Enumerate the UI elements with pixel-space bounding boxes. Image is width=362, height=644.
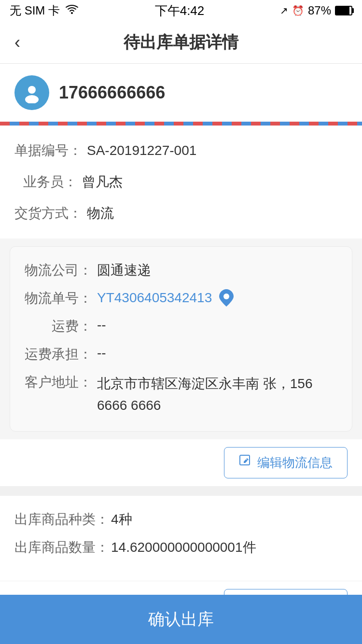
location-icon: ↗	[280, 5, 288, 16]
confirm-button[interactable]: 确认出库	[0, 595, 362, 644]
freight-label: 运费：	[25, 317, 97, 336]
nav-bar: ‹ 待出库单据详情	[0, 21, 362, 64]
document-number-value: SA-20191227-001	[87, 140, 348, 162]
battery-label: 87%	[308, 4, 331, 17]
address-value: 北京市市辖区海淀区永丰南 张，156 6666 6666	[97, 373, 337, 417]
status-bar-right: ↗ ⏰ 87%	[280, 4, 352, 17]
status-bar-left: 无 SIM 卡	[10, 3, 79, 18]
sales-person-value: 曾凡杰	[82, 171, 348, 193]
freight-value: --	[97, 317, 337, 333]
logistics-tracking-label: 物流单号：	[25, 289, 97, 308]
page-title: 待出库单据详情	[124, 31, 238, 54]
freight-bear-value: --	[97, 345, 337, 361]
status-bar: 无 SIM 卡 下午4:42 ↗ ⏰ 87%	[0, 0, 362, 21]
customer-phone: 17666666666	[59, 83, 165, 103]
freight-bear-label: 运费承担：	[25, 345, 97, 364]
status-bar-time: 下午4:42	[155, 2, 205, 19]
svg-point-2	[25, 95, 39, 103]
dashed-divider	[0, 122, 362, 126]
svg-point-0	[71, 12, 73, 14]
carrier-label: 无 SIM 卡	[10, 3, 60, 18]
address-row: 客户地址： 北京市市辖区海淀区永丰南 张，156 6666 6666	[25, 373, 337, 417]
edit-logistics-label: 编辑物流信息	[257, 454, 333, 471]
edit-logistics-button[interactable]: 编辑物流信息	[224, 447, 348, 478]
delivery-method-value: 物流	[87, 203, 348, 224]
edit-icon	[239, 454, 252, 471]
person-icon	[21, 82, 42, 103]
customer-header: 17666666666	[0, 64, 362, 122]
battery-icon	[335, 6, 352, 15]
svg-point-3	[223, 294, 229, 299]
location-pin-icon[interactable]	[218, 289, 235, 307]
customer-avatar	[14, 75, 49, 110]
freight-bear-row: 运费承担： --	[25, 345, 337, 364]
logistics-company-row: 物流公司： 圆通速递	[25, 261, 337, 280]
sales-person-label: 业务员：	[14, 171, 82, 193]
product-quantity-row: 出库商品数量： 14.620000000000001件	[14, 538, 348, 557]
product-type-label: 出库商品种类：	[14, 510, 111, 529]
sales-person-row: 业务员： 曾凡杰	[14, 171, 348, 193]
address-label: 客户地址：	[25, 373, 97, 392]
document-number-label: 单据编号：	[14, 140, 87, 162]
document-number-row: 单据编号： SA-20191227-001	[14, 140, 348, 162]
product-type-value: 4种	[111, 510, 132, 529]
product-quantity-label: 出库商品数量：	[14, 538, 111, 557]
edit-logistics-section: 编辑物流信息	[0, 439, 362, 486]
product-section: 出库商品种类： 4种 出库商品数量： 14.620000000000001件	[0, 496, 362, 581]
logistics-company-value: 圆通速递	[97, 261, 337, 280]
logistics-company-label: 物流公司：	[25, 261, 97, 280]
section-separator	[0, 486, 362, 496]
svg-point-1	[28, 86, 36, 94]
delivery-method-label: 交货方式：	[14, 203, 87, 224]
product-type-row: 出库商品种类： 4种	[14, 510, 348, 529]
confirm-button-label: 确认出库	[148, 610, 214, 628]
freight-row: 运费： --	[25, 317, 337, 336]
logistics-tracking-value: YT43064053424​13	[97, 289, 337, 307]
document-info-section: 单据编号： SA-20191227-001 业务员： 曾凡杰 交货方式： 物流	[0, 126, 362, 238]
alarm-icon: ⏰	[292, 5, 304, 16]
back-button[interactable]: ‹	[14, 32, 20, 53]
logistics-card: 物流公司： 圆通速递 物流单号： YT43064053424​13 运费： --…	[10, 246, 352, 432]
wifi-icon	[65, 4, 79, 17]
logistics-tracking-row: 物流单号： YT43064053424​13	[25, 289, 337, 308]
delivery-method-row: 交货方式： 物流	[14, 203, 348, 224]
product-quantity-value: 14.620000000000001件	[111, 538, 256, 557]
